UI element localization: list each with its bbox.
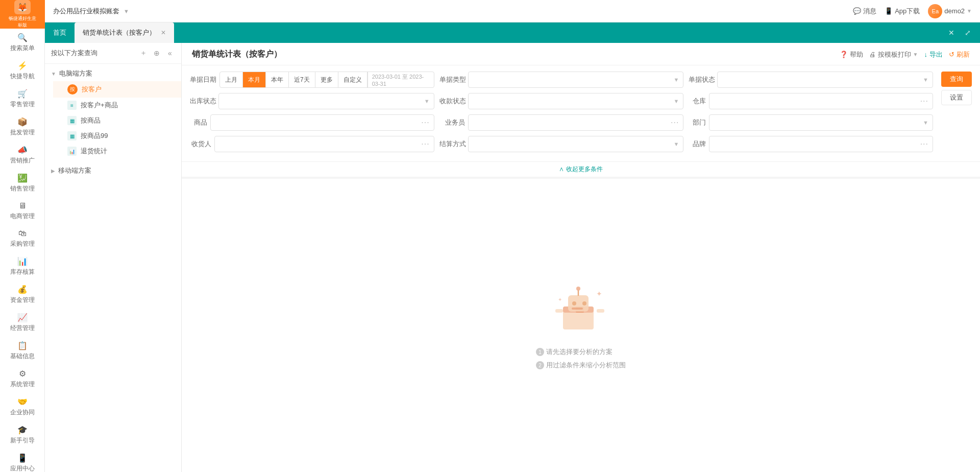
consignee-ctrl[interactable]: ···: [214, 136, 434, 152]
date-btn-more[interactable]: 更多: [315, 72, 338, 87]
svg-point-5: [582, 301, 586, 305]
empty-hint-1: 1 请先选择要分析的方案: [536, 347, 626, 357]
add-scheme-btn[interactable]: ＋: [138, 48, 149, 58]
group-toggle-icon: ▼: [51, 71, 56, 77]
scheme-by-goods[interactable]: ▦ 按商品: [53, 113, 181, 128]
date-btn-this-year[interactable]: 本年: [266, 72, 289, 87]
tab-home[interactable]: 首页: [45, 22, 75, 43]
out-status-ctrl[interactable]: ▼: [218, 93, 434, 109]
message-btn[interactable]: 💬 消息: [853, 7, 876, 16]
brand-dots: ···: [920, 139, 928, 149]
print-dropdown-icon: ▼: [913, 52, 918, 57]
receipt-status-ctrl[interactable]: ▼: [468, 93, 684, 109]
order-type-filter: 单据类型 ▼: [439, 72, 684, 88]
sidebar-icon-14: 🎓: [17, 425, 28, 435]
refresh-label: 刷新: [957, 50, 970, 59]
order-type-ctrl[interactable]: ▼: [468, 72, 684, 88]
mobile-scheme-header[interactable]: ▶ 移动端方案: [45, 163, 181, 178]
sidebar-item-14[interactable]: 🎓新手引导: [0, 421, 45, 449]
order-status-arrow: ▼: [923, 77, 928, 83]
sidebar-label-7: 采购管理: [10, 240, 35, 248]
warehouse-filter: 仓库 ···: [689, 93, 933, 109]
sidebar-item-7[interactable]: 🛍采购管理: [0, 225, 45, 252]
sidebar-item-0[interactable]: 🔍搜索菜单: [0, 29, 45, 57]
template-print-label: 按模板打印: [878, 50, 911, 59]
salesperson-ctrl[interactable]: ···: [468, 114, 684, 131]
brand-ctrl[interactable]: ···: [709, 136, 933, 152]
mobile-toggle-icon: ▶: [51, 168, 55, 174]
sidebar-item-15[interactable]: 📱应用中心: [0, 449, 45, 472]
sidebar-item-1[interactable]: ⚡快捷导航: [0, 57, 45, 85]
filter-main-row: 单据日期 上月 本月 本年 近7天 更多 自定义: [190, 72, 972, 152]
sidebar-item-5[interactable]: 💹销售管理: [0, 169, 45, 197]
sidebar-icon-6: 🖥: [18, 201, 27, 210]
sidebar-item-11[interactable]: 📋基础信息: [0, 337, 45, 365]
order-status-ctrl[interactable]: ▼: [717, 72, 933, 88]
sidebar-item-2[interactable]: 🛒零售管理: [0, 85, 45, 113]
sidebar-label-4: 营销推广: [10, 156, 35, 165]
app-logo[interactable]: 🦊 畅捷通好生意 标版: [0, 0, 45, 29]
app-download-btn[interactable]: 📱 App下载: [885, 7, 920, 16]
settings-scheme-btn[interactable]: ⊕: [152, 48, 162, 58]
sidebar-item-9[interactable]: 💰资金管理: [0, 280, 45, 309]
breadcrumb: 办公用品行业模拟账套: [53, 7, 119, 16]
collapse-panel-btn[interactable]: «: [165, 48, 175, 58]
sidebar-item-6[interactable]: 🖥电商管理: [0, 197, 45, 225]
sidebar-item-13[interactable]: 🤝企业协同: [0, 393, 45, 421]
receipt-status-arrow: ▼: [673, 98, 679, 104]
sidebar-label-8: 库存核算: [10, 268, 35, 276]
breadcrumb-dropdown-icon[interactable]: ▼: [124, 8, 129, 14]
sidebar-label-9: 资金管理: [10, 296, 35, 304]
sidebar-icon-13: 🤝: [17, 397, 28, 407]
goods-filter: 商品 ···: [190, 114, 434, 131]
date-btn-7days[interactable]: 近7天: [289, 72, 315, 87]
goods-label: 商品: [190, 118, 210, 127]
template-print-btn[interactable]: 🖨 按模板打印 ▼: [869, 50, 918, 59]
date-btn-this-month[interactable]: 本月: [243, 72, 266, 87]
goods-ctrl[interactable]: ···: [210, 114, 434, 131]
right-content: 销货单统计表（按客户） ❓ 帮助 🖨 按模板打印 ▼ ↓ 导出: [182, 43, 980, 472]
header-right: 💬 消息 📱 App下载 Ea demo2 ▼: [853, 4, 972, 18]
sidebar-item-12[interactable]: ⚙系统管理: [0, 365, 45, 393]
svg-text:✦: ✦: [558, 297, 562, 302]
scheme-return-stats[interactable]: 📊 退货统计: [53, 144, 181, 159]
query-btn-group: 查询 设置: [941, 72, 972, 105]
top-header: 办公用品行业模拟账套 ▼ 💬 消息 📱 App下载 Ea demo2 ▼: [45, 0, 980, 22]
sidebar-item-4[interactable]: 📣营销推广: [0, 141, 45, 169]
svg-point-8: [576, 287, 580, 291]
date-btn-last-month[interactable]: 上月: [220, 72, 243, 87]
user-info[interactable]: Ea demo2 ▼: [928, 4, 972, 18]
sidebar-item-10[interactable]: 📈经营管理: [0, 309, 45, 337]
sidebar-item-8[interactable]: 📊库存核算: [0, 252, 45, 280]
tab-minimize-btn[interactable]: ✕: [945, 27, 958, 39]
settlement-ctrl[interactable]: ▼: [468, 136, 684, 152]
refresh-btn[interactable]: ↺ 刷新: [949, 50, 970, 59]
warehouse-ctrl[interactable]: ···: [709, 93, 933, 109]
by-goods-icon: ▦: [67, 116, 77, 125]
tab-close-icon[interactable]: ✕: [161, 29, 166, 36]
by-customer-goods-label: 按客户+商品: [81, 101, 118, 110]
scheme-by-goods99[interactable]: ▦ 按商品99: [53, 128, 181, 144]
logo-subtitle: 标版: [18, 22, 27, 29]
avatar-text: Ea: [932, 8, 939, 14]
consignee-label: 收货人: [190, 139, 214, 149]
tab-sales-stats[interactable]: 销货单统计表（按客户） ✕: [75, 22, 174, 43]
export-btn[interactable]: ↓ 导出: [924, 50, 943, 59]
query-btn[interactable]: 查询: [941, 72, 972, 87]
help-btn[interactable]: ❓ 帮助: [840, 50, 863, 59]
collapse-bar[interactable]: ∧ 收起更多条件: [182, 161, 980, 177]
left-panel: 按以下方案查询 ＋ ⊕ « ▼ 电脑端方案 按 按客户: [45, 43, 182, 472]
order-status-label: 单据状态: [689, 75, 717, 84]
sidebar-icon-11: 📋: [17, 341, 28, 350]
scheme-by-customer[interactable]: 按 按客户: [53, 81, 181, 98]
sidebar-item-3[interactable]: 📦批发管理: [0, 113, 45, 141]
order-type-arrow: ▼: [673, 77, 679, 83]
setting-btn[interactable]: 设置: [941, 90, 972, 105]
desktop-scheme-header[interactable]: ▼ 电脑端方案: [45, 66, 181, 81]
scheme-by-customer-goods[interactable]: ≡ 按客户+商品: [53, 98, 181, 113]
tab-maximize-btn[interactable]: ⤢: [962, 27, 974, 39]
sidebar-icon-10: 📈: [17, 313, 28, 322]
logo-text: 畅捷通好生意: [9, 15, 36, 22]
date-btn-custom[interactable]: 自定义: [338, 72, 368, 87]
department-ctrl[interactable]: ▼: [709, 114, 933, 131]
